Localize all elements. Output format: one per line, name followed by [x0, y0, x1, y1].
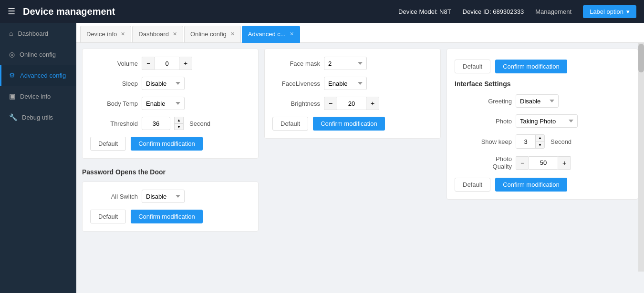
body-temp-row: Body Temp Enable Disable — [90, 97, 250, 110]
scroll-thumb[interactable] — [638, 44, 644, 72]
sidebar-item-online-config[interactable]: ◎ Online config — [0, 44, 76, 65]
volume-value[interactable] — [155, 57, 179, 70]
photo-quality-label: Photo Quality — [455, 155, 512, 170]
sidebar-label-advanced-config: Advanced config — [20, 72, 66, 79]
show-keep-down-btn[interactable]: ▼ — [536, 141, 544, 148]
tabs-bar: Device info ✕ Dashboard ✕ Online config … — [76, 23, 644, 43]
panel2-default-btn[interactable]: Default — [272, 117, 308, 131]
panel1-confirm-btn[interactable]: Confirm modification — [131, 137, 203, 151]
menu-icon[interactable]: ☰ — [8, 6, 15, 17]
content-area: Volume − + Sleep Disable Enable — [76, 43, 644, 293]
face-liveness-row: FaceLiveness Enable Disable — [272, 77, 433, 90]
photo-quality-input: − + — [516, 156, 571, 170]
sidebar-item-debug-utils[interactable]: 🔧 Debug utils — [0, 107, 76, 128]
panel-col-1: Volume − + Sleep Disable Enable — [82, 49, 259, 287]
main: Device info ✕ Dashboard ✕ Online config … — [76, 23, 644, 293]
show-keep-value[interactable] — [516, 135, 535, 148]
online-config-icon: ◎ — [9, 51, 15, 58]
show-keep-up-btn[interactable]: ▲ — [536, 135, 544, 141]
threshold-row: Threshold ▲ ▼ Second — [90, 117, 250, 130]
tab-close-online-config[interactable]: ✕ — [230, 31, 235, 37]
body-temp-select[interactable]: Enable Disable — [142, 97, 185, 110]
management-label: Management — [535, 8, 571, 15]
sidebar-item-advanced-config[interactable]: ⚙ Advanced config — [0, 65, 76, 86]
tab-close-device-info[interactable]: ✕ — [121, 31, 125, 37]
threshold-spinner: ▲ ▼ — [174, 117, 184, 130]
photo-quality-row: Photo Quality − + — [455, 155, 630, 170]
interface-settings-title: Interface Settings — [455, 80, 630, 88]
gear-icon: ⚙ — [9, 71, 15, 79]
show-keep-label: Show keep — [455, 138, 512, 145]
device-info-icon: ▣ — [9, 92, 15, 100]
panel-face: Face mask 1 2 3 FaceLiveness Enable Disa… — [264, 49, 441, 139]
tab-close-advanced-config[interactable]: ✕ — [290, 31, 294, 37]
photo-select[interactable]: Taking Photo No Photo — [516, 114, 578, 128]
app-title: Device management — [23, 6, 398, 17]
sidebar-item-device-info[interactable]: ▣ Device info — [0, 86, 76, 107]
panel-interface: Default Confirm modification Interface S… — [447, 49, 638, 200]
show-keep-second-label: Second — [551, 138, 571, 145]
tab-device-info[interactable]: Device info ✕ — [80, 26, 131, 43]
photo-quality-increase-btn[interactable]: + — [558, 156, 571, 170]
tab-advanced-config[interactable]: Advanced c... ✕ — [242, 26, 300, 43]
brightness-decrease-btn[interactable]: − — [324, 97, 337, 110]
brightness-value[interactable] — [337, 97, 366, 110]
volume-row: Volume − + — [90, 57, 250, 70]
brightness-row: Brightness − + — [272, 97, 433, 110]
sidebar-label-online-config: Online config — [20, 51, 56, 58]
password-panel: All Switch Disable Enable Default Confir… — [82, 182, 259, 232]
sidebar-item-dashboard[interactable]: ⌂ Dashboard — [0, 23, 76, 44]
debug-icon: 🔧 — [9, 113, 17, 121]
photo-row: Photo Taking Photo No Photo — [455, 114, 630, 128]
brightness-increase-btn[interactable]: + — [366, 97, 379, 110]
password-default-btn[interactable]: Default — [90, 210, 126, 223]
home-icon: ⌂ — [9, 30, 13, 37]
password-section-wrapper: Password Opens the Door All Switch Disab… — [82, 168, 259, 232]
panel3-default-btn[interactable]: Default — [455, 178, 490, 192]
panel2-confirm-btn[interactable]: Confirm modification — [313, 117, 385, 131]
sleep-select[interactable]: Disable Enable — [142, 77, 185, 90]
panel1-default-btn[interactable]: Default — [90, 137, 126, 151]
sleep-label: Sleep — [90, 80, 138, 87]
threshold-up-btn[interactable]: ▲ — [174, 117, 184, 123]
all-switch-select[interactable]: Disable Enable — [142, 190, 185, 203]
face-liveness-label: FaceLiveness — [272, 80, 320, 87]
face-mask-select[interactable]: 1 2 3 — [324, 57, 367, 70]
face-liveness-select[interactable]: Enable Disable — [324, 77, 367, 90]
show-keep-row: Show keep ▲ ▼ Second — [455, 134, 630, 149]
device-model: Device Model: N8T — [398, 8, 451, 15]
label-option-button[interactable]: Label option ▾ — [583, 5, 636, 18]
sidebar-label-debug-utils: Debug utils — [22, 114, 53, 121]
password-confirm-btn[interactable]: Confirm modification — [131, 210, 203, 223]
tab-dashboard[interactable]: Dashboard ✕ — [132, 26, 183, 43]
photo-quality-value[interactable] — [529, 156, 558, 170]
panel2-btn-row: Default Confirm modification — [272, 117, 433, 131]
sleep-row: Sleep Disable Enable — [90, 77, 250, 90]
scrollbar[interactable] — [638, 43, 644, 272]
photo-label: Photo — [455, 118, 512, 125]
panel3-confirm-btn[interactable]: Confirm modification — [495, 178, 567, 192]
threshold-down-btn[interactable]: ▼ — [174, 123, 184, 130]
volume-decrease-btn[interactable]: − — [142, 57, 155, 70]
header: ☰ Device management Device Model: N8T De… — [0, 0, 644, 23]
all-switch-row: All Switch Disable Enable — [90, 190, 250, 203]
sidebar-label-device-info: Device info — [20, 93, 51, 100]
password-btn-row: Default Confirm modification — [90, 210, 250, 223]
sidebar: ⌂ Dashboard ◎ Online config ⚙ Advanced c… — [0, 23, 76, 293]
threshold-input[interactable] — [142, 117, 170, 130]
header-info: Device Model: N8T Device ID: 689302333 M… — [398, 5, 636, 18]
face-mask-row: Face mask 1 2 3 — [272, 57, 433, 70]
panel3-top-confirm-btn[interactable]: Confirm modification — [495, 60, 567, 73]
greeting-select[interactable]: Disable Enable — [516, 94, 559, 108]
show-keep-spinner: ▲ ▼ — [516, 134, 545, 149]
tab-close-dashboard[interactable]: ✕ — [173, 31, 177, 37]
brightness-input: − + — [324, 97, 379, 110]
tab-online-config[interactable]: Online config ✕ — [184, 26, 241, 43]
panel3-top-default-btn[interactable]: Default — [455, 60, 490, 73]
volume-input: − + — [142, 57, 192, 70]
photo-quality-decrease-btn[interactable]: − — [516, 156, 529, 170]
panel-col-2: Face mask 1 2 3 FaceLiveness Enable Disa… — [264, 49, 441, 287]
panel-col-3: Default Confirm modification Interface S… — [447, 49, 638, 287]
volume-increase-btn[interactable]: + — [179, 57, 192, 70]
sidebar-label-dashboard: Dashboard — [18, 30, 48, 37]
